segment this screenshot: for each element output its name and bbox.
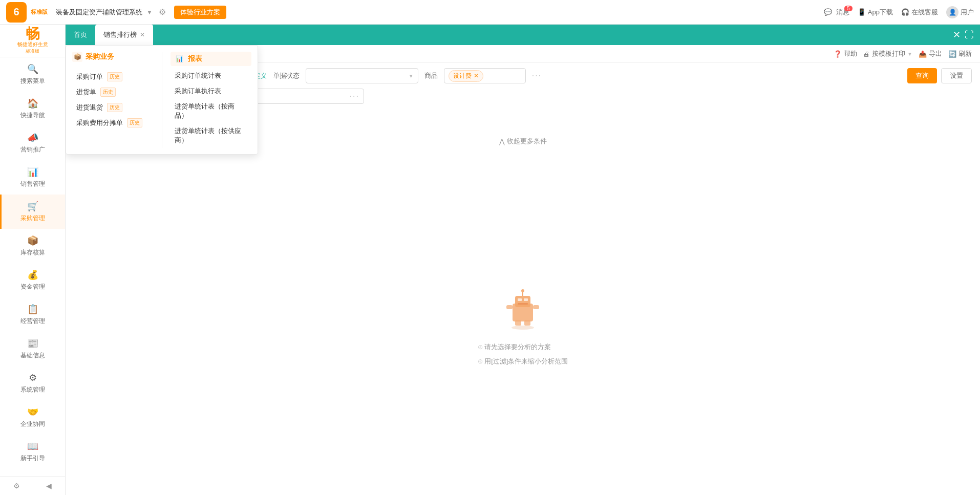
purchase-order-exec-label: 采购订单执行表 [175, 87, 221, 96]
purchase-dropdown-menu: 📦 采购业务 采购订单 历史 进货单 历史 进货退货 历史 采购费用分摊单 [66, 45, 258, 155]
industry-btn[interactable]: 体验行业方案 [174, 6, 226, 19]
sales-icon: 📊 [27, 166, 38, 178]
home-tab-label: 首页 [74, 30, 87, 39]
sidebar-item-newbie[interactable]: 📖 新手引导 [0, 435, 65, 469]
user-avatar: 👤 [946, 6, 958, 18]
phone-icon: 📱 [858, 8, 866, 16]
svg-rect-8 [533, 305, 539, 309]
dropdown-item-stock-in-stats-supplier[interactable]: 进货单统计表（按供应商） [171, 123, 252, 148]
sidebar-item-label: 系统管理 [20, 385, 45, 394]
user-btn[interactable]: 👤 用户 [946, 6, 974, 18]
top-bar: 6 标准版 装备及固定资产辅助管理系统 ▼ ⚙ 体验行业方案 💬 5 消息 📱 … [0, 0, 980, 25]
sidebar-item-search[interactable]: 🔍 搜索菜单 [0, 57, 65, 92]
sidebar-item-inventory[interactable]: 📦 库存核算 [0, 229, 65, 263]
sidebar-item-system[interactable]: ⚙ 系统管理 [0, 366, 65, 400]
top-bar-left: 6 标准版 装备及固定资产辅助管理系统 ▼ ⚙ 体验行业方案 [6, 2, 824, 23]
sidebar-settings-btn[interactable]: ⚙ [13, 482, 20, 490]
online-service-btn[interactable]: 🎧 在线客服 [901, 8, 938, 17]
svg-rect-9 [515, 320, 521, 326]
purchase-icon: 🛒 [27, 201, 38, 212]
report-col-icon: 📊 [175, 54, 185, 64]
dropdown-item-stock-in[interactable]: 进货单 历史 [72, 84, 154, 100]
sidebar-item-label: 企业协同 [20, 420, 45, 428]
sidebar-item-label: 销售管理 [20, 180, 45, 188]
tab-close-all-icon[interactable]: ✕ [953, 29, 961, 40]
sidebar-item-label: 营销推广 [20, 145, 45, 154]
logo-tag: 标准版 [31, 9, 48, 15]
sidebar-item-basic-info[interactable]: 📰 基础信息 [0, 332, 65, 366]
purchase-col-title: 📦 采购业务 [72, 52, 154, 65]
message-icon: 💬 [824, 8, 832, 16]
purchase-expense-label: 采购费用分摊单 [76, 118, 123, 127]
empty-state: 请先选择要分析的方案 用[过滤]条件来缩小分析范围 [66, 154, 980, 495]
sales-rank-tab-label: 销售排行榜 [103, 30, 137, 39]
tab-maximize-icon[interactable]: ⛶ [965, 30, 974, 40]
salesperson-more-btn[interactable]: ··· [350, 92, 359, 101]
sidebar-item-label: 采购管理 [20, 214, 45, 223]
sidebar-item-label: 新手引导 [20, 454, 45, 463]
sidebar-item-label: 快捷导航 [20, 111, 45, 120]
standard-badge: 标准版 [26, 48, 39, 55]
dropdown-item-stock-return[interactable]: 进货退货 历史 [72, 100, 154, 115]
system-icon: ⚙ [29, 372, 37, 383]
history-badge-4: 历史 [127, 118, 142, 127]
app-download-btn[interactable]: 📱 App下载 [858, 8, 893, 17]
history-badge-3: 历史 [107, 103, 122, 112]
stock-in-label: 进货单 [76, 88, 96, 97]
empty-illustration [497, 281, 548, 332]
help-btn[interactable]: ❓ 帮助 [834, 49, 857, 58]
dropdown-item-purchase-order-stats[interactable]: 采购订单统计表 [171, 68, 252, 83]
empty-hint-1: 请先选择要分析的方案 [478, 340, 568, 354]
sidebar-item-quick-nav[interactable]: 🏠 快捷导航 [0, 92, 65, 126]
tab-bar: 首页 销售排行榜 ✕ ✕ ⛶ [66, 25, 980, 45]
settings-icon[interactable]: ⚙ [159, 7, 166, 17]
collapse-btn[interactable]: ⋀ 收起更多条件 [499, 133, 547, 150]
enterprise-icon: 🤝 [27, 406, 38, 418]
refresh-btn[interactable]: 🔄 刷新 [948, 49, 972, 58]
sidebar-item-marketing[interactable]: 📣 营销推广 [0, 126, 65, 160]
filter-actions: 查询 设置 [907, 68, 972, 83]
query-btn[interactable]: 查询 [907, 68, 937, 83]
sidebar-item-label: 库存核算 [20, 248, 45, 257]
dropdown-arrow-icon[interactable]: ▼ [146, 9, 153, 16]
sidebar-item-purchase[interactable]: 🛒 采购管理 [0, 195, 65, 229]
report-col-title: 📊 报表 [171, 52, 252, 66]
dropdown-item-purchase-order-exec[interactable]: 采购订单执行表 [171, 83, 252, 99]
goods-tag: 设计费 ✕ [449, 70, 483, 82]
sidebar-item-sales[interactable]: 📊 销售管理 [0, 160, 65, 195]
goods-label: 商品 [424, 71, 438, 80]
svg-point-11 [512, 326, 534, 330]
setting-btn[interactable]: 设置 [941, 68, 972, 83]
purchase-col-icon: 📦 [72, 52, 82, 62]
svg-rect-1 [515, 296, 530, 307]
tab-bar-actions: ✕ ⛶ [953, 29, 980, 40]
search-icon: 🔍 [27, 63, 38, 75]
sidebar-logo: 畅 畅捷通好生意 标准版 [0, 25, 65, 57]
goods-more-btn[interactable]: ··· [532, 71, 542, 80]
dropdown-item-purchase-order[interactable]: 采购订单 历史 [72, 69, 154, 84]
message-btn[interactable]: 💬 5 消息 [824, 8, 849, 17]
goods-tag-close[interactable]: ✕ [474, 72, 479, 79]
bill-status-dropdown-icon[interactable]: ▼ [409, 73, 414, 79]
export-icon: 📤 [919, 50, 927, 58]
stock-return-label: 进货退货 [76, 103, 103, 112]
app-logo: 6 [6, 2, 27, 23]
export-btn[interactable]: 📤 导出 [919, 49, 942, 58]
dropdown-item-stock-in-stats-goods[interactable]: 进货单统计表（按商品） [171, 99, 252, 123]
stock-in-stats-supplier-label: 进货单统计表（按供应商） [175, 126, 248, 145]
content-area: 首页 销售排行榜 ✕ ✕ ⛶ ❓ 帮助 🖨 按模板打印 ▼ [66, 25, 980, 495]
print-btn[interactable]: 🖨 按模板打印 ▼ [863, 49, 912, 58]
sidebar-item-operation[interactable]: 📋 经营管理 [0, 297, 65, 332]
purchase-order-stats-label: 采购订单统计表 [175, 71, 221, 80]
dropdown-item-purchase-expense[interactable]: 采购费用分摊单 历史 [72, 115, 154, 131]
svg-rect-7 [506, 305, 513, 309]
system-name: 装备及固定资产辅助管理系统 [56, 8, 142, 17]
sidebar-collapse-btn[interactable]: ◀ [46, 482, 52, 490]
tab-close-icon[interactable]: ✕ [140, 31, 145, 38]
sidebar-item-enterprise[interactable]: 🤝 企业协同 [0, 400, 65, 435]
tab-home[interactable]: 首页 [66, 25, 95, 45]
sidebar-item-finance[interactable]: 💰 资金管理 [0, 263, 65, 297]
tab-sales-rank[interactable]: 销售排行榜 ✕ [95, 25, 153, 45]
collapse-up-icon: ⋀ [499, 138, 505, 145]
print-dropdown-icon[interactable]: ▼ [907, 51, 912, 57]
